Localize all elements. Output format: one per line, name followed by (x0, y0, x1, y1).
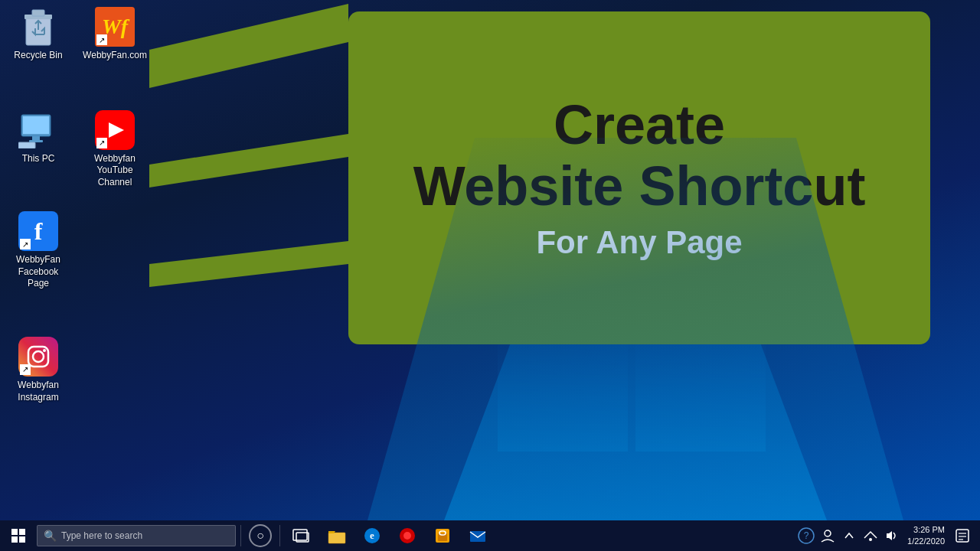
task-view-button[interactable] (288, 525, 314, 546)
facebook-icon[interactable]: f ↗ WebbyFanFacebook Page (4, 208, 73, 293)
tray-network-icon[interactable] (861, 527, 880, 545)
youtube-label: WebbyfanYouTube Channel (83, 153, 146, 189)
desktop-icons-col2: Wf ↗ WebbyFan.com ↗ WebbyfanYouTube Chan… (80, 4, 149, 191)
edge-icon: e (364, 527, 381, 544)
clock-time: 3:26 PM (913, 524, 945, 536)
shortcut-arrow-instagram: ↗ (20, 364, 31, 375)
recycle-bin-icon[interactable]: Recycle Bin (4, 4, 73, 65)
svg-text:e: e (370, 530, 374, 541)
windows-logo-bg (406, 122, 865, 520)
svg-marker-17 (149, 134, 348, 187)
search-bar[interactable]: 🔍 Type here to search (37, 525, 236, 546)
svg-point-33 (825, 530, 831, 536)
desktop: Recycle Bin This PC f (0, 0, 980, 520)
taskbar-record[interactable] (390, 520, 424, 551)
svg-rect-2 (498, 321, 628, 452)
tray-volume-icon[interactable] (883, 527, 901, 545)
callout-box: Create Website Shortcut For Any Page (348, 11, 930, 344)
search-icon: 🔍 (44, 530, 57, 542)
svg-rect-8 (23, 116, 49, 134)
clock-date: 1/22/2020 (907, 536, 945, 547)
tray-chevron-icon[interactable] (840, 527, 858, 545)
facebook-label: WebbyFanFacebook Page (7, 254, 70, 290)
instagram-label: WebbyfanInstagram (18, 380, 59, 403)
svg-point-34 (869, 538, 872, 541)
svg-text:?: ? (804, 530, 809, 541)
volume-icon-svg (885, 529, 899, 543)
taskbar-file-explorer[interactable] (320, 520, 354, 551)
taskbar-pinned-apps: e (320, 520, 495, 551)
start-button[interactable] (0, 520, 37, 551)
svg-rect-0 (498, 184, 628, 314)
store-icon (434, 527, 451, 544)
svg-point-26 (403, 532, 411, 540)
svg-rect-6 (32, 10, 44, 16)
svg-marker-35 (887, 531, 892, 540)
instagram-icon[interactable]: ↗ WebbyfanInstagram (4, 334, 73, 406)
webbyfan-com-label: WebbyFan.com (83, 50, 147, 62)
notification-icon-svg (955, 528, 970, 543)
shortcut-arrow-webbyfan: ↗ (96, 34, 107, 45)
callout-title: Create Website Shortcut (413, 95, 866, 216)
tray-people-icon[interactable] (818, 527, 837, 545)
svg-rect-19 (293, 530, 307, 540)
svg-rect-21 (328, 533, 345, 543)
taskbar-store[interactable] (426, 520, 459, 551)
record-icon (399, 527, 416, 544)
mail-icon (469, 527, 486, 544)
search-placeholder: Type here to search (61, 530, 142, 541)
shortcut-arrow-youtube: ↗ (96, 138, 107, 148)
youtube-channel-icon[interactable]: ↗ WebbyfanYouTube Channel (80, 107, 149, 192)
taskbar-divider-2 (279, 525, 280, 546)
svg-rect-9 (32, 136, 40, 140)
tray-help-icon[interactable]: ? (797, 527, 815, 545)
webbyfan-com-icon[interactable]: Wf ↗ WebbyFan.com (80, 4, 149, 65)
svg-rect-3 (635, 321, 766, 452)
svg-rect-11 (18, 142, 35, 148)
people-icon-svg (820, 528, 835, 543)
callout-arrows-svg (149, 4, 364, 356)
system-clock[interactable]: 3:26 PM 1/22/2020 (904, 524, 948, 548)
network-icon-svg (864, 529, 877, 543)
chevron-up-icon-svg (844, 530, 854, 541)
system-tray: ? (797, 524, 980, 548)
this-pc-label: This PC (22, 153, 55, 165)
recycle-bin-svg (20, 7, 57, 47)
file-explorer-icon (328, 527, 346, 544)
this-pc-svg (18, 112, 58, 148)
svg-marker-16 (149, 4, 348, 88)
task-view-icon (292, 529, 309, 543)
recycle-bin-label: Recycle Bin (14, 50, 62, 62)
taskbar-edge[interactable]: e (355, 520, 389, 551)
svg-point-13 (33, 351, 44, 362)
svg-rect-1 (635, 184, 766, 314)
taskbar-mail[interactable] (461, 520, 495, 551)
cortana-button[interactable]: ○ (249, 524, 272, 547)
notification-center-button[interactable] (951, 524, 974, 547)
taskbar-divider-1 (240, 525, 241, 546)
this-pc-icon[interactable]: This PC (4, 107, 73, 168)
windows-start-icon (11, 529, 25, 543)
callout-wrapper: Create Website Shortcut For Any Page (149, 4, 946, 356)
callout-subtitle: For Any Page (536, 224, 742, 261)
help-icon-svg: ? (798, 527, 815, 544)
svg-rect-30 (470, 531, 485, 542)
taskbar: 🔍 Type here to search ○ e (0, 520, 980, 551)
desktop-icons-col1: Recycle Bin This PC f (4, 4, 73, 406)
shortcut-arrow-facebook: ↗ (20, 239, 31, 249)
svg-point-14 (43, 349, 46, 352)
svg-marker-18 (149, 241, 348, 287)
